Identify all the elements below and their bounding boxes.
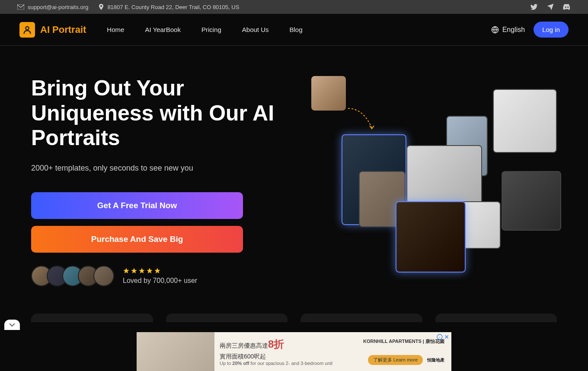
feature-cards-row: [0, 314, 588, 322]
twitter-icon[interactable]: [530, 3, 538, 11]
feature-card: [166, 314, 288, 322]
user-avatars: [31, 266, 114, 286]
nav-pricing[interactable]: Pricing: [201, 26, 221, 33]
free-trial-button[interactable]: Get A Free Trial Now: [31, 192, 243, 219]
mail-icon: [17, 4, 24, 10]
svg-point-1: [26, 26, 29, 29]
nav-blog[interactable]: Blog: [290, 26, 303, 33]
hero-subtitle: 2000+ templates, only seconds to see new…: [31, 164, 285, 173]
nav-home[interactable]: Home: [107, 26, 124, 33]
avatar: [93, 266, 114, 286]
portrait-collage: [303, 76, 557, 292]
language-selector[interactable]: English: [491, 26, 525, 34]
hero-title: Bring Out Your Uniqueness with Our AI Po…: [31, 76, 285, 151]
star-icon: [123, 267, 130, 274]
purchase-button[interactable]: Purchase And Save Big: [31, 226, 243, 253]
location-pin-icon: [99, 4, 104, 10]
telegram-icon[interactable]: [546, 3, 554, 11]
globe-icon: [491, 26, 499, 34]
source-photo: [311, 76, 346, 111]
feature-card: [300, 314, 422, 322]
language-label: English: [502, 26, 525, 34]
support-email[interactable]: support@ai-portraits.org: [17, 4, 88, 10]
portrait-guitarist: [396, 201, 466, 273]
loved-by-text: Loved by 700,000+ user: [123, 277, 197, 285]
address: 81807 E. County Road 22, Deer Trail, CO …: [99, 4, 239, 10]
star-icon: [154, 267, 161, 274]
email-text: support@ai-portraits.org: [28, 4, 88, 10]
logo-text: AI Portrait: [40, 24, 86, 35]
star-icon: [138, 267, 145, 274]
feature-card: [435, 314, 557, 322]
main-nav: AI Portrait Home AI YearBook Pricing Abo…: [0, 14, 588, 46]
svg-rect-0: [17, 4, 24, 10]
address-text: 81807 E. County Road 22, Deer Trail, CO …: [107, 4, 239, 10]
discord-icon[interactable]: [563, 3, 571, 11]
nav-yearbook[interactable]: AI YearBook: [145, 26, 181, 33]
logo[interactable]: AI Portrait: [19, 22, 86, 38]
feature-card: [31, 314, 153, 322]
portrait-business: [502, 171, 561, 231]
top-info-bar: support@ai-portraits.org 81807 E. County…: [0, 0, 588, 14]
rating-stars: [123, 267, 197, 274]
hero-section: Bring Out Your Uniqueness with Our AI Po…: [0, 46, 588, 309]
logo-icon: [19, 22, 35, 38]
star-icon: [146, 267, 153, 274]
login-button[interactable]: Log in: [534, 22, 569, 38]
dotted-arrow-icon: [346, 106, 380, 132]
nav-about[interactable]: About Us: [242, 26, 269, 33]
social-proof: Loved by 700,000+ user: [31, 266, 285, 286]
star-icon: [131, 267, 137, 274]
portrait-doctor: [493, 89, 557, 153]
